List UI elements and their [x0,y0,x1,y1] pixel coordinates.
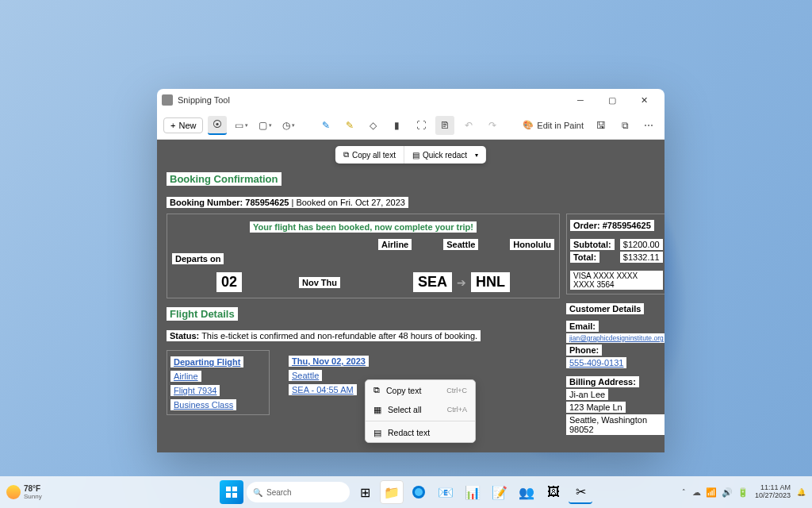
weather-widget[interactable]: 78°FSunny [6,484,42,500]
titlebar[interactable]: Snipping Tool ─ ▢ ✕ [157,89,665,111]
redact-icon: ▤ [412,151,419,160]
copy-icon: ⧉ [373,385,380,395]
ctx-redact-text[interactable]: ▤Redact text [366,423,475,442]
quick-redact-button[interactable]: ▤Quick redact▾ [404,146,486,164]
search-input[interactable]: 🔍Search [247,482,350,502]
svg-rect-1 [232,487,237,491]
departing-flight-label: Departing Flight [170,356,243,368]
arrow-icon: ➔ [457,276,466,289]
undo-button[interactable]: ↶ [459,116,478,135]
subtotal-value: $1200.00 [620,239,663,250]
col-airline: Airline [378,239,412,250]
record-mode-button[interactable]: ▭ [232,116,251,135]
phone-value: 555-409-0131 [566,357,627,368]
pinned-app-2[interactable]: 📧 [434,480,458,504]
airport-to: HNL [471,272,510,292]
highlighter-button[interactable]: ✎ [340,116,359,135]
redact-icon: ▤ [373,428,381,437]
svg-point-5 [415,488,423,496]
copy-icon: ⧉ [343,150,349,160]
app-icon [162,94,173,106]
ctx-select-all[interactable]: ▦Select allCtrl+A [366,400,475,419]
dep-flightno: Flight 7934 [170,385,220,396]
task-view-button[interactable]: ⊞ [353,480,377,504]
delay-button[interactable]: ◷ [279,116,298,135]
col-from: Seattle [443,239,478,250]
select-icon: ▦ [373,405,381,414]
svg-rect-3 [232,493,237,498]
dep-airline: Airline [170,371,201,382]
billing-name: Ji-an Lee [566,389,608,400]
total-label: Total: [570,252,599,263]
edit-in-paint-button[interactable]: 🎨Edit in Paint [519,120,587,130]
phone-label: Phone: [566,344,602,356]
total-value: $1332.11 [620,252,663,263]
dep-city: Seattle [289,370,322,381]
depart-day: 02 [216,272,242,292]
departs-label: Departs on [172,253,224,264]
flight-details-heading: Flight Details [167,307,238,321]
email-label: Email: [566,321,599,332]
shape-mode-button[interactable]: ▢ [255,116,274,135]
crop-button[interactable]: ⛶ [412,116,431,135]
snip-mode-button[interactable]: ⦿ [208,116,227,135]
notifications-button[interactable]: 🔔 [797,488,806,496]
depart-month: Nov Thu [299,277,340,288]
close-button[interactable]: ✕ [628,89,660,111]
battery-icon[interactable]: 🔋 [737,487,749,498]
dep-date: Thu, Nov 02, 2023 [289,356,369,367]
pinned-app-1[interactable]: 📁 [380,480,404,504]
chevron-down-icon: ▾ [475,152,478,159]
share-button[interactable]: ⋯ [639,116,658,135]
billing-city: Seattle, Washington 98052 [566,414,665,435]
email-value: jian@graphicdesigninstitute.org [566,333,665,343]
text-action-bar: ⧉Copy all text ▤Quick redact▾ [335,146,486,164]
status-line: Status: This e-ticket is confirmed and n… [167,330,481,341]
onedrive-icon[interactable]: ☁ [692,487,701,498]
maximize-button[interactable]: ▢ [596,89,628,111]
page-title: Booking Confirmation [167,172,282,186]
copy-button[interactable]: ⧉ [615,116,634,135]
redo-button[interactable]: ↷ [483,116,502,135]
context-menu: ⧉Copy textCtrl+C ▦Select allCtrl+A ▤Reda… [365,379,476,443]
pinned-app-teams[interactable]: 👥 [515,480,538,504]
dep-time: SEA - 04:55 AM [289,384,357,395]
pinned-app-3[interactable]: 📊 [461,480,485,504]
departing-time-box: Thu, Nov 02, 2023 Seattle SEA - 04:55 AM [285,350,372,415]
volume-icon[interactable]: 🔊 [722,487,733,498]
pinned-app-snipping[interactable]: ✂ [569,480,592,504]
trip-banner: Your flight has been booked, now complet… [167,214,560,298]
toolbar: +New ⦿ ▭ ▢ ◷ ✎ ✎ ◇ ▮ ⛶ 🖹 ↶ ↷ 🎨Edit in Pa… [157,111,665,140]
airport-from: SEA [413,272,452,292]
search-icon: 🔍 [253,488,262,497]
ruler-button[interactable]: ▮ [388,116,407,135]
taskbar[interactable]: 78°FSunny 🔍Search ⊞ 📁 📧 📊 📝 👥 🖼 ✂ ˄ ☁ 📶 … [0,476,812,508]
svg-rect-2 [226,493,231,498]
svg-rect-0 [226,487,231,491]
pinned-app-4[interactable]: 📝 [488,480,511,504]
departing-flight-box: Departing Flight Airline Flight 7934 Bus… [167,350,270,415]
minimize-button[interactable]: ─ [565,89,596,111]
order-heading: Order: Order: #785954625#785954625 [570,220,654,231]
pen-tool-button[interactable]: ✎ [316,116,335,135]
banner-text: Your flight has been booked, now complet… [250,221,477,233]
wifi-icon[interactable]: 📶 [706,487,717,498]
copy-all-text-button[interactable]: ⧉Copy all text [335,146,404,164]
customer-details-heading: Customer Details [566,303,644,314]
billing-street: 123 Maple Ln [566,402,626,413]
tray-chevron[interactable]: ˄ [682,488,686,496]
start-button[interactable] [220,480,243,504]
eraser-button[interactable]: ◇ [364,116,383,135]
pinned-app-5[interactable]: 🖼 [542,480,565,504]
window-title: Snipping Tool [178,95,230,105]
new-button[interactable]: +New [163,117,203,133]
clock[interactable]: 11:11 AM 10/27/2023 [755,484,791,500]
card-number: VISA XXXX XXXX XXXX 3564 [570,271,663,290]
weather-icon [6,485,21,499]
billing-label: Billing Address: [566,376,639,387]
pinned-app-edge[interactable] [407,480,431,504]
ctx-copy-text[interactable]: ⧉Copy textCtrl+C [366,380,475,400]
save-button[interactable]: 🖫 [592,116,611,135]
dep-class: Business Class [170,399,236,410]
text-actions-button[interactable]: 🖹 [435,116,454,135]
